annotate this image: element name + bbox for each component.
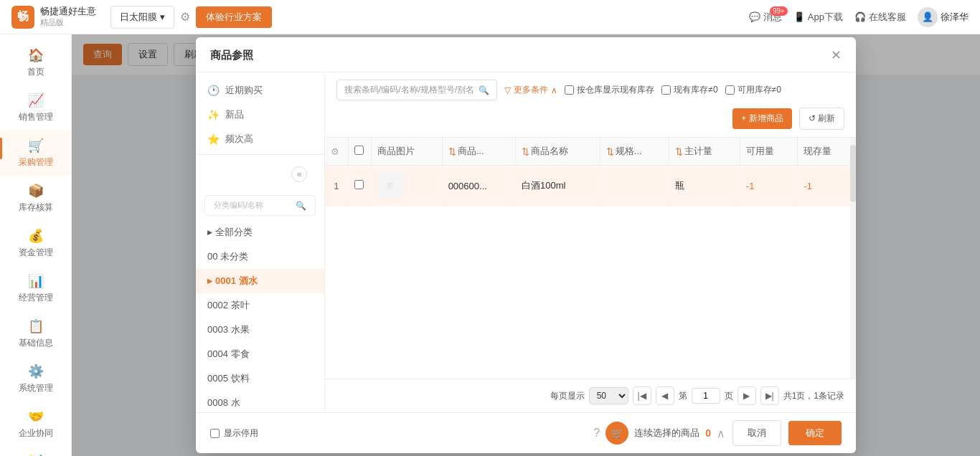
sidebar-item-finance[interactable]: 💰 资金管理 [0,221,71,266]
search-submit-icon[interactable]: 🔍 [479,85,489,95]
product-reference-modal: 商品参照 ✕ 🕐 近期购买 ✨ 新品 [196,37,856,453]
sidebar-divider [196,154,324,155]
cell-num: 1 [325,166,348,206]
table-header: ⚙ 商品图片 [325,138,856,166]
user-menu[interactable]: 👤 徐泽华 [918,7,969,27]
th-spec: ⇅ 规格... [600,138,669,166]
message-badge: 99+ [770,6,788,16]
collapse-cart-icon[interactable]: ∧ [717,427,725,440]
warehouse-stock-checkbox[interactable] [565,85,574,95]
category-search-box[interactable]: 分类编码/名称 🔍 [204,195,316,216]
collab-icon: 🤝 [28,409,44,424]
checkbox-available-stock[interactable]: 可用库存≠0 [725,84,781,96]
product-table: ⚙ 商品图片 [325,138,856,206]
cancel-button[interactable]: 取消 [732,420,781,446]
row-checkbox[interactable] [354,180,364,189]
message-icon: 💬 [749,11,760,22]
table-body: 1 图 [325,166,856,206]
scrollbar-thumb[interactable] [850,145,856,202]
app-logo: 畅 [11,6,34,29]
nav-new-products[interactable]: ✨ 新品 [196,103,324,127]
basic-icon: 📋 [28,318,44,334]
column-settings-icon[interactable]: ⚙ [331,146,339,157]
last-page-button[interactable]: ▶| [760,386,779,405]
cat-item-0005[interactable]: 0005 饮料 [196,366,324,391]
modal-body: 🕐 近期购买 ✨ 新品 ⭐ 频次高 [196,72,856,412]
gear-icon[interactable]: ⚙ [180,10,190,24]
show-disabled-label: 显示停用 [224,427,258,440]
sidebar-item-sales[interactable]: 📈 销售管理 [0,85,71,130]
main-layout: 🏠 首页 📈 销售管理 🛒 采购管理 📦 库存核算 💰 资金管理 📊 经营管理 … [0,34,980,456]
page-number-input[interactable] [692,388,720,404]
finance-icon: 💰 [28,228,44,244]
available-stock-checkbox[interactable] [725,85,735,95]
product-search-box[interactable]: 搜索条码/编码/名称/规格型号/别名 🔍 [336,80,497,100]
table-row[interactable]: 1 图 [325,166,856,206]
cell-spec [600,166,669,206]
nav-recent-purchase[interactable]: 🕐 近期购买 [196,78,324,103]
nav-dropdown[interactable]: 日太阳膜 ▾ [110,6,174,29]
modal-header: 商品参照 ✕ [196,37,856,72]
sidebar-item-business[interactable]: 📊 经营管理 [0,266,71,311]
nav-frequent[interactable]: ⭐ 频次高 [196,127,324,151]
cat-item-0001[interactable]: ▶ 0001 酒水 [196,269,324,293]
cat-item-0008[interactable]: 0008 水 [196,391,324,407]
cart-area: ? 🛒 连续选择的商品 0 ∧ [593,422,725,445]
checkbox-warehouse-stock[interactable]: 按仓库显示现有库存 [565,84,654,96]
modal-close-button[interactable]: ✕ [831,47,842,63]
sort-icon-name: ⇅ [522,146,529,157]
chevron-down-icon: ▾ [160,11,165,22]
clock-icon: 🕐 [207,85,220,96]
cat-item-0003[interactable]: 0003 水果 [196,318,324,342]
sidebar-item-collab[interactable]: 🤝 企业协同 [0,402,71,447]
cat-arrow-all: ▶ [207,229,212,236]
per-page-select[interactable]: 50 100 200 [589,387,628,404]
select-all-checkbox[interactable] [354,146,364,155]
app-download-btn[interactable]: 📱 App下载 [793,11,843,24]
nav-right: 💬 消息 99+ 📱 App下载 🎧 在线客服 👤 徐泽华 [749,7,969,27]
cat-item-0004[interactable]: 0004 零食 [196,342,324,366]
sort-icon: ⇅ [448,146,456,157]
cart-button[interactable]: 🛒 [606,422,628,445]
trial-button[interactable]: 体验行业方案 [196,6,272,28]
search-icon: 🔍 [296,201,306,211]
product-thumbnail: 图 [377,173,403,199]
sidebar-item-home[interactable]: 🏠 首页 [0,40,71,85]
main-sidebar: 🏠 首页 📈 销售管理 🛒 采购管理 📦 库存核算 💰 资金管理 📊 经营管理 … [0,34,72,456]
more-filter-button[interactable]: ▽ 更多条件 ∧ [504,84,557,96]
sidebar-item-basic[interactable]: 📋 基础信息 [0,311,71,356]
message-btn[interactable]: 💬 消息 99+ [749,11,782,24]
sidebar-item-inventory[interactable]: 📦 库存核算 [0,176,71,221]
system-icon: ⚙️ [28,364,44,379]
cell-checkbox[interactable] [348,166,371,206]
current-stock-checkbox[interactable] [661,85,671,95]
cat-item-00[interactable]: 00 未分类 [196,244,324,269]
th-settings: ⚙ [325,138,348,166]
per-page-label: 每页显示 [550,390,585,402]
next-page-button[interactable]: ▶ [738,386,756,405]
cat-item-all[interactable]: ▶ 全部分类 [196,220,324,244]
help-icon[interactable]: ? [593,427,600,440]
cart-count: 0 [705,427,711,439]
modal-sidebar: 🕐 近期购买 ✨ 新品 ⭐ 频次高 [196,72,325,412]
product-table-container: ⚙ 商品图片 [325,138,856,379]
prev-page-button[interactable]: ◀ [656,386,674,405]
cell-name: 白酒100ml [515,166,600,206]
confirm-button[interactable]: 确定 [788,421,842,445]
sort-icon-spec: ⇅ [606,146,614,157]
online-service-btn[interactable]: 🎧 在线客服 [854,11,906,24]
pagination: 每页显示 50 100 200 |◀ ◀ 第 页 ▶ [325,379,856,412]
sidebar-item-system[interactable]: ⚙️ 系统管理 [0,356,71,402]
top-nav: 畅 畅捷通好生意 精品版 日太阳膜 ▾ ⚙ 体验行业方案 💬 消息 99+ 📱 … [0,0,980,34]
business-icon: 📊 [28,273,44,289]
checkbox-current-stock[interactable]: 现有库存≠0 [661,84,717,96]
add-product-button[interactable]: + 新增商品 [732,108,791,129]
modal-main: 搜索条码/编码/名称/规格型号/别名 🔍 ▽ 更多条件 ∧ 按仓库显示现有库存 [325,72,856,412]
show-disabled-checkbox[interactable] [210,429,220,438]
sidebar-item-purchase[interactable]: 🛒 采购管理 [0,130,71,176]
sidebar-item-guide[interactable]: 🔰 新手引导 [0,447,71,456]
cat-item-0002[interactable]: 0002 茶叶 [196,293,324,318]
first-page-button[interactable]: |◀ [633,386,651,405]
refresh-button[interactable]: ↺ 刷新 [799,108,844,130]
collapse-sidebar-button[interactable]: « [291,166,307,182]
